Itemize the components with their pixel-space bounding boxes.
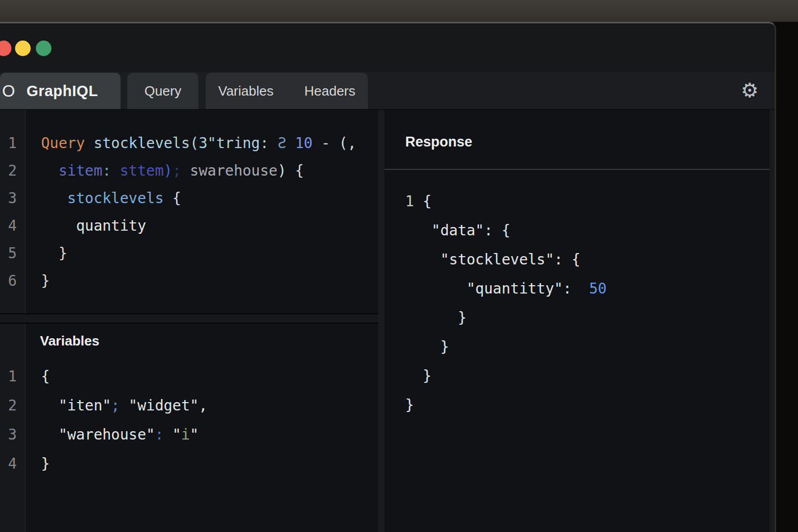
main-content: 1Query stocklevels(3"tring: Ƨ 10 - (,2 s…	[0, 109, 775, 532]
tab-graphiql-app[interactable]: O GraphIQL	[0, 73, 121, 109]
line-number: 3	[0, 190, 25, 207]
code-text: "data": {	[405, 222, 510, 239]
variables-code: 1{2 "iten"; "widget",3 "warehouse": "i"4…	[0, 324, 378, 478]
code-line: 1{	[0, 362, 378, 391]
app-title: GraphIQL	[26, 83, 98, 100]
code-line: 3 stocklevels {	[0, 184, 378, 212]
code-text: }	[405, 309, 467, 326]
response-body: 1 { "data": { "stocklevels": { "quantitt…	[384, 170, 769, 419]
response-panel[interactable]: Response 1 { "data": { "stocklevels": { …	[384, 110, 769, 532]
code-text: quantity	[25, 217, 146, 234]
code-text: }	[25, 245, 68, 262]
code-text: }	[25, 272, 50, 289]
left-pane: 1Query stocklevels(3"tring: Ƨ 10 - (,2 s…	[0, 110, 378, 532]
response-panel-title: Response	[405, 134, 472, 150]
line-number: 5	[0, 245, 25, 262]
code-text: }	[405, 338, 449, 355]
code-text: "warehouse": "i"	[25, 426, 198, 443]
graphiql-logo-icon: O	[2, 83, 15, 99]
code-line: 4 quantity	[0, 212, 378, 240]
settings-gear-icon[interactable]: ⚙	[741, 72, 759, 109]
code-text: }	[25, 455, 50, 472]
code-text: Query stocklevels(3"tring: Ƨ 10 - (,	[25, 135, 356, 152]
window-titlebar	[0, 23, 775, 72]
code-line: 1Query stocklevels(3"tring: Ƨ 10 - (,	[0, 129, 378, 157]
line-number: 2	[0, 397, 25, 414]
code-line: 2 "iten"; "widget",	[0, 391, 378, 420]
code-line: 2 sitem: sttem); swarehouse) {	[0, 157, 378, 184]
code-line: }	[405, 303, 769, 332]
code-line: 1 {	[405, 187, 769, 216]
line-number: 6	[0, 272, 25, 289]
line-number: 3	[0, 426, 25, 443]
tab-query-label: Query	[144, 83, 181, 99]
desktop-background: O GraphIQL Query Variables Headers ⚙ 1Qu…	[0, 0, 798, 532]
line-number: 4	[0, 217, 25, 234]
code-line: 5 }	[0, 240, 378, 267]
code-text: sitem: sttem); swarehouse) {	[25, 162, 304, 179]
code-line: "stocklevels": {	[405, 245, 769, 274]
code-line: }	[405, 332, 769, 361]
zoom-window-button[interactable]	[36, 41, 51, 56]
line-number: 1	[0, 135, 25, 152]
code-line: }	[405, 361, 769, 390]
code-line: "quantitty": 50	[405, 274, 769, 303]
code-text: 1 {	[405, 193, 432, 210]
tab-variables[interactable]: Variables	[218, 83, 273, 99]
close-window-button[interactable]	[0, 41, 11, 56]
code-text: "iten"; "widget",	[25, 397, 207, 414]
code-line: 4}	[0, 449, 378, 478]
tab-query[interactable]: Query	[127, 73, 198, 109]
tab-group: Variables Headers	[206, 73, 368, 109]
code-text: "stocklevels": {	[405, 251, 580, 268]
code-line: 3 "warehouse": "i"	[0, 420, 378, 449]
code-line: "data": {	[405, 216, 769, 245]
tab-headers[interactable]: Headers	[304, 83, 355, 99]
code-text: "quantitty": 50	[405, 280, 607, 297]
minimize-window-button[interactable]	[15, 41, 31, 56]
code-line: }	[405, 390, 769, 419]
desktop-top-band	[0, 0, 798, 22]
code-text: {	[25, 368, 50, 385]
line-number: 1	[0, 368, 25, 385]
code-text: }	[405, 396, 414, 414]
line-number: 4	[0, 455, 25, 472]
response-header: Response	[384, 110, 769, 170]
code-text: }	[405, 367, 432, 384]
code-text: stocklevels {	[25, 190, 181, 207]
graphiql-window: O GraphIQL Query Variables Headers ⚙ 1Qu…	[0, 22, 776, 532]
line-number: 2	[0, 162, 25, 179]
query-code: 1Query stocklevels(3"tring: Ƨ 10 - (,2 s…	[0, 110, 378, 295]
tab-bar: O GraphIQL Query Variables Headers ⚙	[0, 72, 775, 109]
variables-editor[interactable]: Variables 1{2 "iten"; "widget",3 "wareho…	[0, 324, 378, 532]
pane-divider-handle[interactable]	[0, 313, 378, 324]
code-line: 6}	[0, 267, 378, 295]
query-editor[interactable]: 1Query stocklevels(3"tring: Ƨ 10 - (,2 s…	[0, 110, 378, 313]
